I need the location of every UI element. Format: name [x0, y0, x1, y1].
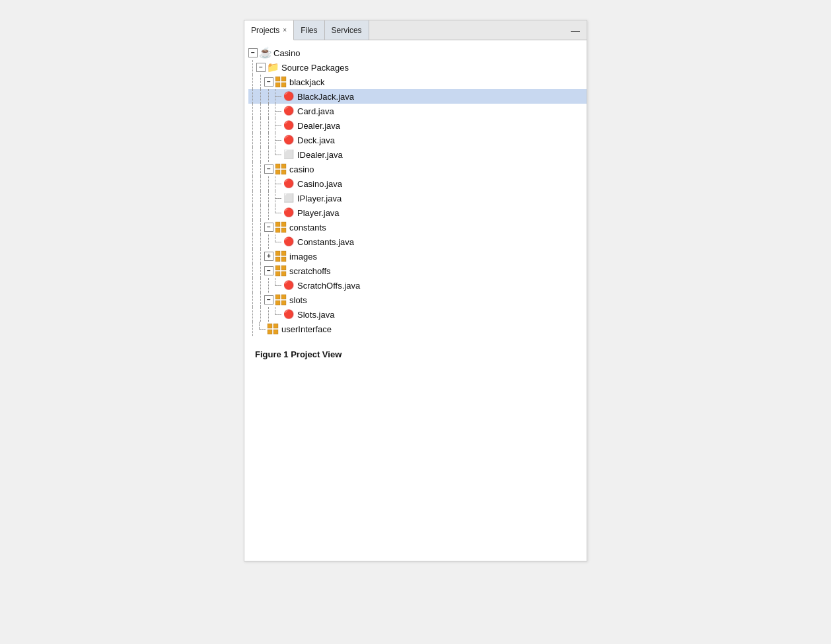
svg-rect-12 [275, 251, 280, 256]
vl-pl1 [248, 205, 256, 220]
expand-scratchoffs[interactable]: − [264, 266, 273, 275]
iplayer-java-label: IPlayer.java [297, 194, 342, 203]
svg-rect-1 [281, 77, 286, 81]
userinterface-pkg-label: userInterface [281, 324, 332, 334]
expand-constants[interactable]: − [264, 223, 273, 232]
tree-row-casino-java[interactable]: 🔴 Casino.java [248, 176, 587, 191]
vl-d2 [256, 118, 264, 133]
tree-row-constants-java[interactable]: 🔴 Constants.java [248, 234, 587, 249]
tree-row-casino-pkg[interactable]: − casino [248, 162, 587, 176]
expand-images[interactable]: + [264, 252, 273, 261]
minimize-button[interactable]: — [564, 20, 587, 40]
svg-rect-10 [275, 228, 280, 233]
java-iface-icon-iplayerjava: ⬜ [283, 192, 295, 204]
svg-rect-5 [281, 164, 286, 168]
tree-row-idealer-java[interactable]: ⬜ IDealer.java [248, 147, 587, 162]
tree-row-slots-java[interactable]: 🔴 Slots.java [248, 307, 587, 322]
tree-row-source-packages[interactable]: − 📁 Source Packages [248, 60, 587, 75]
vl-cst1 [248, 234, 256, 249]
vline-2b [256, 75, 264, 89]
vline-2a [248, 75, 256, 89]
svg-rect-23 [281, 301, 286, 305]
svg-rect-25 [273, 324, 278, 328]
tree-row-player-java[interactable]: 🔴 Player.java [248, 205, 587, 220]
svg-rect-19 [281, 271, 286, 276]
tab-projects-label: Projects [251, 26, 279, 35]
svg-rect-26 [268, 330, 272, 334]
vl-d3 [264, 118, 272, 133]
tab-files[interactable]: Files [294, 20, 324, 40]
vl-dk2 [256, 133, 264, 147]
tree-row-blackjack-java[interactable]: 🔴 BlackJack.java [248, 89, 587, 104]
vl-dk3 [264, 133, 272, 147]
vl-slj3 [264, 307, 272, 322]
ll-slj1 [272, 307, 283, 322]
tree-row-constants-pkg[interactable]: − constants [248, 220, 587, 234]
vl-cj2 [256, 176, 264, 191]
tree-row-dealer-java[interactable]: 🔴 Dealer.java [248, 118, 587, 133]
coffee-icon: ☕ [259, 47, 271, 59]
tab-files-label: Files [301, 26, 317, 35]
vl-cn2 [256, 220, 264, 234]
tree-row-images-pkg[interactable]: + images [248, 249, 587, 264]
package-icon-slots [275, 294, 287, 306]
java-iface-icon-idealerjava: ⬜ [283, 149, 295, 161]
package-icon-constants [275, 221, 287, 233]
vl-cn1 [248, 220, 256, 234]
card-java-label: Card.java [297, 106, 334, 116]
tree-row-blackjack[interactable]: − blackjack [248, 75, 587, 89]
tl-d1 [272, 118, 283, 133]
expand-slots[interactable]: − [264, 295, 273, 304]
java-class-icon-deckjava: 🔴 [283, 134, 295, 146]
tab-projects[interactable]: Projects × [244, 20, 294, 40]
svg-rect-22 [275, 301, 280, 305]
tree-row-casino[interactable]: − ☕ Casino [248, 46, 587, 60]
vl-pl3 [264, 205, 272, 220]
vl-id3 [264, 147, 272, 162]
vl-soj3 [264, 278, 272, 293]
tab-projects-close[interactable]: × [283, 26, 287, 34]
svg-rect-16 [275, 266, 280, 270]
tl-dk1 [272, 133, 283, 147]
ll-ui1 [256, 322, 267, 336]
package-icon-blackjack [275, 76, 287, 88]
tree-row-slots-pkg[interactable]: − slots [248, 293, 587, 307]
expand-casino[interactable]: − [248, 48, 258, 57]
expand-blackjack[interactable]: − [264, 77, 273, 87]
ll-cst1 [272, 234, 283, 249]
vl-ip1 [248, 191, 256, 205]
blackjack-java-label: BlackJack.java [297, 92, 354, 102]
idealer-java-label: IDealer.java [297, 150, 343, 160]
tree-row-scratchoffs-pkg[interactable]: − scratchoffs [248, 264, 587, 278]
vl-soj2 [256, 278, 264, 293]
tab-services[interactable]: Services [325, 20, 369, 40]
ll-id1 [272, 147, 283, 162]
dealer-java-label: Dealer.java [297, 121, 340, 131]
package-icon-casino [275, 163, 287, 175]
tree-row-deck-java[interactable]: 🔴 Deck.java [248, 133, 587, 147]
java-class-icon-slotsjava: 🔴 [283, 308, 295, 320]
svg-rect-2 [275, 83, 280, 87]
expand-casino-pkg[interactable]: − [264, 164, 273, 174]
package-icon-scratchoffs [275, 265, 287, 277]
source-packages-label: Source Packages [281, 63, 349, 73]
vl-bj2 [256, 89, 264, 104]
tree-row-iplayer-java[interactable]: ⬜ IPlayer.java [248, 191, 587, 205]
vl-c1 [248, 104, 256, 118]
vl-soj1 [248, 278, 256, 293]
tl-c1 [272, 104, 283, 118]
tree-row-scratchoffs-java[interactable]: 🔴 ScratchOffs.java [248, 278, 587, 293]
svg-rect-3 [281, 83, 286, 87]
scratchoffs-pkg-label: scratchoffs [289, 266, 331, 276]
tab-services-label: Services [332, 26, 362, 35]
vl-ip3 [264, 191, 272, 205]
expand-source-packages[interactable]: − [256, 63, 266, 72]
svg-rect-7 [281, 170, 286, 174]
java-class-icon-dealerjava: 🔴 [283, 120, 295, 131]
vl-so2 [256, 264, 264, 278]
tree-row-userinterface-pkg[interactable]: userInterface [248, 322, 587, 336]
tree-row-card-java[interactable]: 🔴 Card.java [248, 104, 587, 118]
tl-cj1 [272, 176, 283, 191]
figure-caption: Figure 1 Project View [244, 341, 587, 370]
vl-cst3 [264, 234, 272, 249]
